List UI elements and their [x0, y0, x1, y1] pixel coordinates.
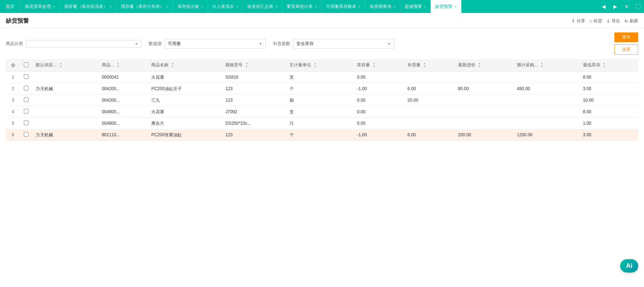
- close-tab-10[interactable]: ×: [424, 5, 426, 9]
- close-tab-3[interactable]: ×: [166, 5, 169, 9]
- row-checkbox[interactable]: [24, 74, 29, 79]
- header-actions: ⇑ 分享 □ 补货 ⇓ 导出 ↻ 刷新: [571, 18, 638, 24]
- row-product-code: 004600...: [98, 106, 148, 118]
- replenish-button[interactable]: □ 补货: [589, 18, 602, 24]
- row-min-stock: 3.00: [579, 129, 638, 141]
- col-supplier[interactable]: 默认供应... ▲▼: [32, 59, 98, 71]
- category-select[interactable]: ▼: [26, 40, 142, 48]
- row-stock: -1.00: [353, 129, 404, 141]
- close-tab-11[interactable]: ×: [454, 5, 457, 9]
- filter-bar: 商品分类 ▼ 数据源 可用量 ▼ 补货基数 安全库存 ▼ 查询 设置: [0, 28, 644, 59]
- row-number: 1: [6, 71, 20, 83]
- row-product-name: PC200张紧油缸: [148, 129, 222, 141]
- home-tab[interactable]: 首页: [0, 0, 21, 13]
- row-product-name: 火花塞: [148, 71, 222, 83]
- close-tab-7[interactable]: ×: [315, 5, 317, 9]
- row-stock: 0.00: [353, 94, 404, 106]
- latest-price-sort-icon: ▲▼: [478, 62, 481, 69]
- row-replenish-qty: 6.00: [404, 129, 454, 141]
- row-checkbox[interactable]: [24, 86, 29, 90]
- tab-3[interactable]: 现存量（库存分布表） ×: [117, 0, 173, 13]
- close-all-btn[interactable]: ✕: [621, 0, 632, 13]
- share-icon: ⇑: [571, 19, 575, 24]
- tab-10[interactable]: 超储预警 ×: [400, 0, 431, 13]
- row-replenish-qty: 6.00: [404, 83, 454, 94]
- tab-8[interactable]: 可用量库存账本 ×: [322, 0, 365, 13]
- page-content: 缺货预警 ⇑ 分享 □ 补货 ⇓ 导出 ↻ 刷新 商品分类: [0, 13, 644, 287]
- close-tab-1[interactable]: ×: [53, 5, 55, 9]
- row-product-code: 801110...: [98, 129, 148, 141]
- tab-5[interactable]: 出入库流水 ×: [208, 0, 243, 13]
- row-estimated-purchase: [513, 94, 579, 106]
- row-latest-price: [454, 71, 513, 83]
- select-all-checkbox[interactable]: [24, 62, 29, 67]
- tab-9[interactable]: 保质期查询 ×: [365, 0, 400, 13]
- spec-sort-icon: ▲▼: [245, 62, 248, 69]
- tab-4[interactable]: 库存批次账 ×: [173, 0, 208, 13]
- ai-badge[interactable]: Ai: [620, 259, 638, 273]
- row-supplier: 力天机械: [32, 83, 98, 94]
- col-spec[interactable]: 规格型号 ▲▼: [222, 59, 286, 71]
- col-product-code[interactable]: 商品... ▲▼: [98, 59, 148, 71]
- datasource-select[interactable]: 可用量 ▼: [165, 39, 266, 49]
- row-product-name: 火花塞: [148, 106, 222, 118]
- settings-button[interactable]: 设置: [614, 44, 638, 55]
- row-number: 2: [6, 83, 20, 94]
- query-button[interactable]: 查询: [614, 32, 638, 42]
- close-tab-9[interactable]: ×: [393, 5, 396, 9]
- row-min-stock: 8.00: [579, 106, 638, 118]
- gear-icon[interactable]: ⚙: [11, 62, 16, 68]
- replenish-base-select[interactable]: 安全库存 ▼: [293, 39, 394, 49]
- row-unit: 支: [286, 71, 353, 83]
- row-checkbox[interactable]: [24, 109, 29, 114]
- datasource-value: 可用量: [168, 41, 181, 47]
- row-latest-price: [454, 94, 513, 106]
- tab-7[interactable]: 要货单统计表 ×: [282, 0, 322, 13]
- export-button[interactable]: ⇓ 导出: [606, 18, 620, 24]
- close-tab-8[interactable]: ×: [358, 5, 361, 9]
- row-number: 3: [6, 94, 20, 106]
- estimated-purchase-sort-icon: ▲▼: [540, 62, 543, 69]
- close-tab-2[interactable]: ×: [110, 5, 112, 9]
- fullscreen-btn[interactable]: ⛶: [632, 0, 644, 13]
- tab-2[interactable]: 现存量（库存状况表） ×: [60, 0, 117, 13]
- col-replenish-qty[interactable]: 补货量 ▲▼: [404, 59, 454, 71]
- col-checkbox: [20, 59, 32, 71]
- row-stock: 0.00: [353, 118, 404, 129]
- product-code-sort-icon: ▲▼: [117, 62, 119, 69]
- col-latest-price[interactable]: 最新进价 ▲▼: [454, 59, 513, 71]
- refresh-button[interactable]: ↻ 刷新: [625, 18, 638, 24]
- row-checkbox-cell: [20, 118, 32, 129]
- category-arrow-icon: ▼: [135, 42, 138, 46]
- row-checkbox[interactable]: [24, 132, 29, 137]
- datasource-arrow-icon: ▼: [259, 42, 262, 46]
- col-estimated-purchase[interactable]: 预计采购... ▲▼: [513, 59, 579, 71]
- row-checkbox[interactable]: [24, 97, 29, 102]
- share-button[interactable]: ⇑ 分享: [571, 18, 585, 24]
- next-tab-btn[interactable]: ▶: [609, 0, 621, 13]
- close-tab-4[interactable]: ×: [201, 5, 204, 9]
- row-checkbox[interactable]: [24, 120, 29, 125]
- row-unit: 支: [286, 106, 353, 118]
- row-product-code: 0000042: [98, 71, 148, 83]
- row-spec: DS250*23c...: [222, 118, 286, 129]
- col-stock[interactable]: 库存量 ▲▼: [353, 59, 404, 71]
- row-estimated-purchase: [513, 118, 579, 129]
- close-tab-5[interactable]: ×: [236, 5, 238, 9]
- row-unit: 个: [286, 129, 353, 141]
- col-unit[interactable]: 主计量单位 ▲▼: [286, 59, 353, 71]
- row-checkbox-cell: [20, 106, 32, 118]
- col-min-stock[interactable]: 最低库存 ▲▼: [579, 59, 638, 71]
- tab-6[interactable]: 收发存汇总表 ×: [243, 0, 282, 13]
- prev-tab-btn[interactable]: ◀: [598, 0, 609, 13]
- row-estimated-purchase: [513, 106, 579, 118]
- row-supplier: [32, 71, 98, 83]
- row-replenish-qty: 20.00: [404, 94, 454, 106]
- col-product-name[interactable]: 商品名称 ▲▼: [148, 59, 222, 71]
- tab-1[interactable]: 炼货异常处理 ×: [21, 0, 60, 13]
- close-tab-6[interactable]: ×: [275, 5, 278, 9]
- replenish-qty-sort-icon: ▲▼: [423, 62, 426, 69]
- tab-11[interactable]: 缺货预警 ×: [431, 0, 461, 13]
- row-product-name: PC200油缸庄子: [148, 83, 222, 94]
- row-latest-price: [454, 106, 513, 118]
